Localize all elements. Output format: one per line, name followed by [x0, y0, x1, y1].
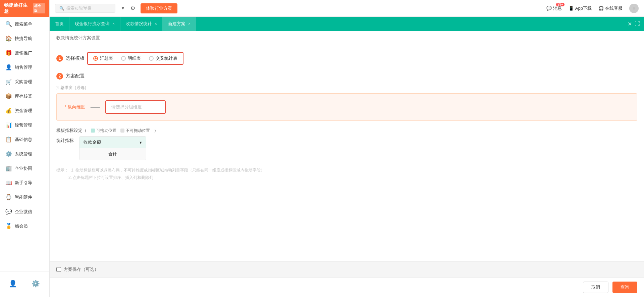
sidebar-item-marketing[interactable]: 🎁营销推广 [0, 46, 49, 60]
indicator-label: 模板指标设定（ 可拖动位置 不可拖动位置 ） [56, 128, 637, 134]
sidebar-item-inventory[interactable]: 📦库存核算 [0, 89, 49, 103]
tab-bank-flow-close[interactable]: × [112, 21, 115, 26]
sidebar-item-newbie[interactable]: 📖新手引导 [0, 176, 49, 190]
radio-cross-label: 交叉统计表 [156, 55, 177, 61]
search-menu-icon: 🔍 [5, 21, 12, 27]
indicator-cell: 合计 [79, 148, 146, 160]
draggable-dot [91, 129, 95, 133]
indicator-label-close: ） [154, 128, 158, 134]
template-radio-group: 汇总表 明细表 交叉统计表 [87, 52, 183, 65]
quick-nav-icon: 🏠 [5, 35, 12, 42]
sidebar-item-hardware[interactable]: ⌚智能硬件 [0, 190, 49, 204]
query-button[interactable]: 查询 [612, 282, 637, 293]
sidebar-item-corp[interactable]: 🏢企业协同 [0, 161, 49, 176]
indicator-table-header[interactable]: 收款金额 ▾ [79, 137, 146, 148]
sidebar-item-quick-nav[interactable]: 🏠快捷导航 [0, 31, 49, 46]
logo-text: 畅捷通好生意 [4, 2, 32, 14]
dimension-label-text: 汇总维度（必选） [56, 85, 89, 90]
main-content: 1 选择模板 汇总表 明细表 交叉统计表 [50, 45, 644, 261]
basic-icon: 📋 [5, 136, 12, 143]
search-placeholder: 搜索功能/单据 [66, 5, 92, 11]
legend-draggable: 可拖动位置 [91, 128, 116, 134]
radio-detail[interactable]: 明细表 [121, 55, 141, 61]
content-area: 收款情况统计方案设置 1 选择模板 汇总表 明细表 [50, 31, 644, 297]
main-area: 🔍 搜索功能/单据 ▼ ⚙ 体验行业方案 💬 消息 99+ 📱 App下载 🎧 … [50, 0, 644, 297]
tab-receipt-stats-close[interactable]: × [155, 21, 157, 26]
hardware-icon: ⌚ [5, 194, 12, 200]
radio-cross[interactable]: 交叉统计表 [149, 55, 177, 61]
sidebar-item-system[interactable]: ⚙️系统管理 [0, 147, 49, 161]
tab-bank-flow-label: 现金银行流水查询 [75, 21, 110, 27]
sidebar-item-label-operation: 经营管理 [15, 122, 32, 128]
sidebar-item-label-wechat: 企业微信 [15, 209, 32, 215]
sidebar-item-search-menu[interactable]: 🔍搜索菜单 [0, 17, 49, 31]
indicator-label-text: 模板指标设定（ [56, 128, 87, 134]
user-icon: 👤 [9, 280, 17, 288]
sidebar-item-label-quick-nav: 快捷导航 [15, 36, 32, 42]
sidebar-bottom: 👤 ⚙️ [0, 271, 49, 297]
avatar[interactable]: U [629, 4, 639, 13]
search-box[interactable]: 🔍 搜索功能/单据 [55, 4, 115, 13]
search-icon: 🔍 [59, 6, 64, 11]
sidebar-item-label-hardware: 智能硬件 [15, 194, 32, 200]
message-btn[interactable]: 💬 消息 99+ [546, 5, 562, 11]
sidebar-item-label-marketing: 营销推广 [15, 50, 32, 56]
indicator-dropdown-icon[interactable]: ▾ [140, 140, 142, 145]
tab-close-all-btn[interactable]: ✕ [628, 21, 632, 27]
section1-title: 1 选择模板 汇总表 明细表 交叉统计表 [56, 52, 637, 65]
radio-summary-circle [93, 56, 98, 61]
sidebar-item-wechat[interactable]: 💬企业微信 [0, 204, 49, 219]
indicator-table: 收款金额 ▾ 合计 [79, 136, 146, 160]
tab-home[interactable]: 首页 [50, 17, 69, 31]
non-draggable-dot [120, 129, 124, 133]
message-badge: 99+ [556, 3, 565, 6]
tab-receipt-stats[interactable]: 收款情况统计 × [120, 17, 163, 31]
trial-button[interactable]: 体验行业方案 [141, 3, 177, 13]
radio-detail-label: 明细表 [128, 55, 141, 61]
sidebar-item-purchase[interactable]: 🛒采购管理 [0, 75, 49, 89]
marketing-icon: 🎁 [5, 50, 12, 56]
wechat-icon: 💬 [5, 208, 12, 215]
logo-badge: 标准版 [33, 3, 45, 13]
sidebar-item-label-newbie: 新手引导 [15, 180, 32, 186]
tip-prefix: 提示： [56, 167, 68, 174]
dim-select-box[interactable]: 请选择分组维度 [105, 100, 166, 114]
sidebar-item-member[interactable]: 🏅畅会员 [0, 219, 49, 233]
online-support-btn[interactable]: 🎧 在线客服 [598, 5, 623, 11]
purchase-icon: 🛒 [5, 79, 12, 85]
operation-icon: 📊 [5, 122, 12, 128]
cancel-button[interactable]: 取消 [583, 282, 608, 293]
tab-receipt-stats-label: 收款情况统计 [126, 21, 152, 27]
sidebar-user-btn[interactable]: 👤 [3, 274, 23, 294]
gear-icon[interactable]: ⚙ [130, 5, 135, 11]
radio-summary[interactable]: 汇总表 [93, 55, 113, 61]
sidebar-item-label-finance: 资金管理 [15, 108, 32, 114]
tab-bar: 首页 现金银行流水查询 × 收款情况统计 × 新建方案 × ✕ ⛶ [50, 17, 644, 31]
save-plan-label: 方案保存（可选） [64, 266, 99, 273]
app-download-label: App下载 [575, 5, 592, 11]
sidebar-settings-btn[interactable]: ⚙️ [25, 274, 46, 294]
sidebar-item-operation[interactable]: 📊经营管理 [0, 118, 49, 132]
sidebar-item-basic[interactable]: 📋基础信息 [0, 132, 49, 147]
sidebar-item-label-corp: 企业协同 [15, 165, 32, 171]
tab-new-plan-close[interactable]: × [188, 21, 191, 26]
tab-bar-actions: ✕ ⛶ [624, 17, 644, 31]
app-download-btn[interactable]: 📱 App下载 [569, 5, 592, 11]
tab-new-plan[interactable]: 新建方案 × [163, 17, 196, 31]
tab-maximize-btn[interactable]: ⛶ [635, 21, 640, 27]
tip2: 2. 点击标题栏下拉可设置排序、插入列和删除列 [56, 174, 637, 182]
header-right: 💬 消息 99+ 📱 App下载 🎧 在线客服 U [546, 4, 639, 13]
tab-bank-flow[interactable]: 现金银行流水查询 × [69, 17, 120, 31]
tips-section: 提示： 1. 拖动标题栏可以调整布局，不可跨维度或指标区域拖动列目字段（只能在同… [56, 167, 637, 181]
indicator-header-text: 收款金额 [84, 139, 101, 145]
sidebar-item-finance[interactable]: 💰资金管理 [0, 103, 49, 118]
sidebar-logo: 畅捷通好生意 标准版 [0, 0, 49, 17]
page-header: 收款情况统计方案设置 [50, 31, 644, 45]
dimension-config-label: 汇总维度（必选） [56, 85, 637, 91]
vertical-dim-label: * 纵向维度 [65, 104, 85, 110]
sidebar-item-label-sales: 销售管理 [15, 64, 32, 70]
sidebar-item-sales[interactable]: 👤销售管理 [0, 60, 49, 75]
search-dropdown-icon[interactable]: ▼ [121, 6, 125, 11]
save-plan-checkbox[interactable] [56, 267, 61, 272]
sidebar-item-label-purchase: 采购管理 [15, 79, 32, 85]
